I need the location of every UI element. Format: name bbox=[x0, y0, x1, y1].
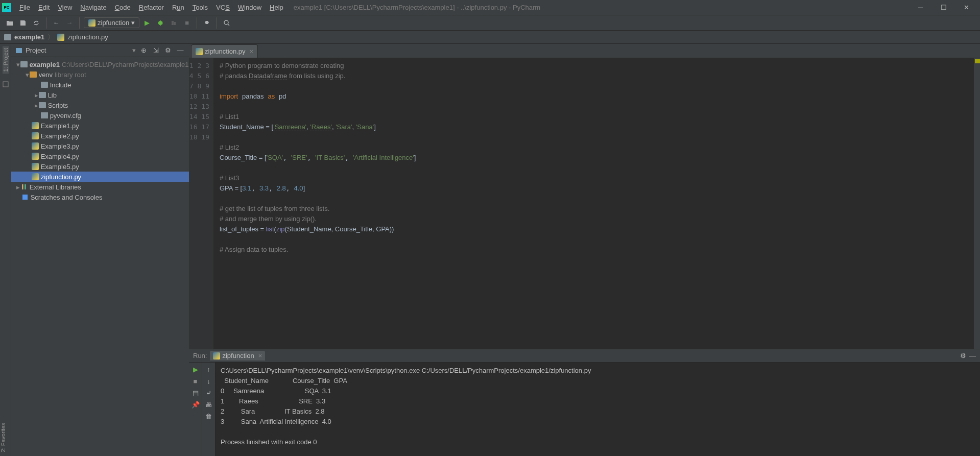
gear-icon[interactable]: ⚙ bbox=[163, 46, 173, 55]
tool-favorites-tab[interactable]: 2: Favorites bbox=[0, 421, 6, 454]
breadcrumb: example1 〉 zipfunction.py bbox=[0, 31, 980, 44]
run-tab-label: zipfunction bbox=[222, 352, 254, 359]
run-tab[interactable]: zipfunction × bbox=[210, 351, 265, 361]
tree-scratches[interactable]: Scratches and Consoles bbox=[11, 192, 189, 202]
menu-help[interactable]: Help bbox=[266, 4, 288, 11]
breadcrumb-file[interactable]: zipfunction.py bbox=[67, 33, 108, 41]
tree-include[interactable]: Include bbox=[11, 80, 189, 90]
collapse-icon[interactable]: ⇲ bbox=[151, 46, 160, 55]
python-icon bbox=[213, 352, 220, 359]
down-icon[interactable]: ↓ bbox=[207, 377, 210, 385]
app-icon: PC bbox=[2, 3, 11, 12]
sync-icon[interactable] bbox=[31, 17, 42, 29]
menu-edit[interactable]: Edit bbox=[34, 4, 54, 11]
editor-tab[interactable]: zipfunction.py × bbox=[191, 44, 258, 58]
tree-lib[interactable]: ▸ Lib bbox=[11, 90, 189, 100]
tree-file[interactable]: Example4.py bbox=[11, 151, 189, 161]
run-button[interactable]: ▶ bbox=[141, 17, 153, 29]
menu-run[interactable]: Run bbox=[168, 4, 188, 11]
project-panel: Project ▾ ⊕ ⇲ ⚙ — ▾ example1C:\Users\DEL… bbox=[11, 44, 189, 456]
back-icon[interactable]: ← bbox=[51, 17, 62, 29]
run-header: Run: zipfunction × ⚙ — bbox=[189, 349, 980, 363]
breadcrumb-sep: 〉 bbox=[47, 33, 54, 42]
structure-icon[interactable] bbox=[2, 81, 9, 88]
error-stripe[interactable] bbox=[974, 58, 980, 349]
chevron-down-icon: ▾ bbox=[131, 19, 135, 27]
rerun-button[interactable]: ▶ bbox=[193, 366, 198, 373]
save-icon[interactable] bbox=[17, 17, 29, 29]
tool-project-tab[interactable]: 1: Project bbox=[3, 46, 9, 74]
print-icon[interactable]: 🖶 bbox=[205, 401, 212, 409]
svg-rect-8 bbox=[22, 195, 28, 200]
minimize-button[interactable]: ─ bbox=[909, 0, 932, 15]
editor-tabs: zipfunction.py × bbox=[189, 44, 980, 58]
tree-ext-lib[interactable]: ▸ External Libraries bbox=[11, 182, 189, 192]
run-config-selector[interactable]: zipfunction ▾ bbox=[84, 17, 139, 28]
run-config-name: zipfunction bbox=[98, 19, 129, 27]
wrap-icon[interactable]: ⤶ bbox=[206, 389, 211, 397]
line-gutter: 1 2 3 4 5 6 7 8 9 10 11 12 13 14 15 16 1… bbox=[189, 58, 213, 349]
svg-rect-3 bbox=[16, 48, 22, 53]
tree-scripts[interactable]: ▸ Scripts bbox=[11, 100, 189, 110]
svg-point-0 bbox=[158, 21, 162, 25]
svg-point-1 bbox=[224, 20, 228, 25]
run-console[interactable]: C:\Users\DELL\PycharmProjects\example1\v… bbox=[216, 363, 980, 456]
editor-tab-label: zipfunction.py bbox=[205, 47, 246, 55]
project-tree[interactable]: ▾ example1C:\Users\DELL\PycharmProjects\… bbox=[11, 57, 189, 456]
menu-refactor[interactable]: Refactor bbox=[135, 4, 168, 11]
tree-file-selected[interactable]: zipfunction.py bbox=[11, 172, 189, 182]
titlebar: PC File Edit View Navigate Code Refactor… bbox=[0, 0, 980, 15]
left-tool-strip-bottom: 2: Favorites bbox=[0, 421, 11, 454]
breadcrumb-root[interactable]: example1 bbox=[14, 33, 44, 41]
python-icon bbox=[88, 19, 95, 27]
editor-area: zipfunction.py × 1 2 3 4 5 6 7 8 9 10 11… bbox=[189, 44, 980, 456]
close-icon[interactable]: × bbox=[258, 352, 262, 359]
folder-icon bbox=[4, 34, 11, 40]
settings-icon[interactable] bbox=[201, 17, 212, 29]
debug-button[interactable] bbox=[155, 17, 166, 29]
stop-button[interactable]: ■ bbox=[194, 377, 198, 385]
left-tool-strip: 1: Project bbox=[0, 44, 11, 456]
menu-tools[interactable]: Tools bbox=[188, 4, 212, 11]
trash-icon[interactable]: 🗑 bbox=[205, 413, 212, 420]
chevron-down-icon[interactable]: ▾ bbox=[132, 46, 136, 54]
hide-icon[interactable]: — bbox=[969, 352, 976, 359]
code-editor[interactable]: # Python program to demonstrate creating… bbox=[213, 58, 980, 349]
gear-icon[interactable]: ⚙ bbox=[960, 352, 966, 359]
tree-pyvenv[interactable]: pyvenv.cfg bbox=[11, 110, 189, 121]
tree-root[interactable]: ▾ example1C:\Users\DELL\PycharmProjects\… bbox=[11, 59, 189, 69]
python-icon bbox=[196, 48, 203, 55]
layout-icon[interactable]: ▤ bbox=[193, 389, 199, 397]
project-header-title: Project bbox=[26, 46, 129, 54]
main-area: 1: Project Project ▾ ⊕ ⇲ ⚙ — ▾ example1C… bbox=[0, 44, 980, 456]
menu-navigate[interactable]: Navigate bbox=[76, 4, 110, 11]
run-tool-window: Run: zipfunction × ⚙ — ▶ ■ ▤ 📌 ↑ bbox=[189, 349, 980, 456]
menu-window[interactable]: Window bbox=[234, 4, 266, 11]
tree-file[interactable]: Example2.py bbox=[11, 131, 189, 141]
menu-view[interactable]: View bbox=[54, 4, 76, 11]
editor-body[interactable]: 1 2 3 4 5 6 7 8 9 10 11 12 13 14 15 16 1… bbox=[189, 58, 980, 349]
svg-rect-6 bbox=[23, 184, 25, 189]
up-icon[interactable]: ↑ bbox=[207, 366, 210, 373]
close-icon[interactable]: × bbox=[250, 47, 254, 55]
search-icon[interactable] bbox=[221, 17, 232, 29]
tree-venv[interactable]: ▾ venvlibrary root bbox=[11, 69, 189, 80]
tree-file[interactable]: Example5.py bbox=[11, 161, 189, 172]
svg-rect-5 bbox=[22, 184, 23, 189]
open-icon[interactable] bbox=[4, 17, 15, 29]
project-view-icon bbox=[15, 47, 22, 54]
tree-file[interactable]: Example1.py bbox=[11, 121, 189, 131]
project-header: Project ▾ ⊕ ⇲ ⚙ — bbox=[11, 44, 189, 57]
close-button[interactable]: ✕ bbox=[955, 0, 978, 15]
forward-icon: → bbox=[64, 17, 75, 29]
menu-code[interactable]: Code bbox=[111, 4, 135, 11]
tree-file[interactable]: Example3.py bbox=[11, 141, 189, 151]
pin-icon[interactable]: 📌 bbox=[192, 401, 200, 409]
menu-vcs[interactable]: VCS bbox=[212, 4, 234, 11]
python-icon bbox=[57, 34, 64, 41]
hide-icon[interactable]: — bbox=[176, 46, 185, 55]
menu-file[interactable]: File bbox=[15, 4, 34, 11]
locate-icon[interactable]: ⊕ bbox=[139, 46, 148, 55]
maximize-button[interactable]: ☐ bbox=[932, 0, 955, 15]
window-title: example1 [C:\Users\DELL\PycharmProjects\… bbox=[294, 4, 909, 11]
